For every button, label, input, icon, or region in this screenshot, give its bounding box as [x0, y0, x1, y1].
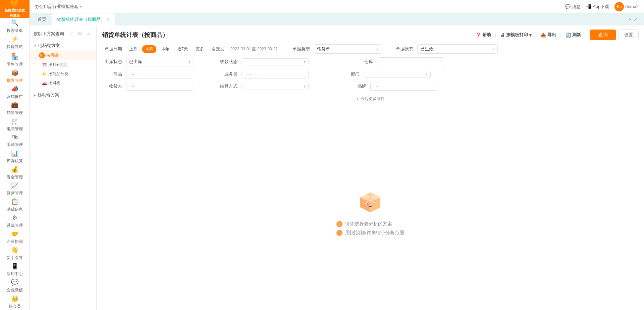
download-icon: 📲 [586, 4, 591, 9]
sidebar-item-wholesale-label: 批发管理 [7, 78, 23, 84]
print-btn[interactable]: 🖨 按模板打印 ▾ [500, 32, 532, 38]
sidebar-item-purchase[interactable]: 🛍 采购管理 [0, 133, 30, 149]
payment-method-label: 结算方式 [217, 83, 237, 89]
empty-hint-2: 2 用[过滤]条件来缩小分析范围 [336, 230, 404, 236]
app-download-btn[interactable]: 📲 App下载 [586, 4, 609, 10]
empty-hints: 1 请先选择要分析的方案 2 用[过滤]条件来缩小分析范围 [336, 221, 404, 236]
tab-maximize-icon[interactable]: ⤢ [633, 17, 637, 22]
tree-item-by-category[interactable]: 📁 按商品分类 [30, 69, 96, 79]
date-btn-last-7-days[interactable]: 近7天 [174, 45, 191, 53]
refresh-btn[interactable]: 🔄 刷新 [566, 32, 581, 38]
collapse-bar[interactable]: ∧ 收起更多条件 [102, 94, 639, 104]
sidebar-item-wholesale[interactable]: 📦 批发管理 [0, 68, 30, 84]
sidebar-item-retail-label: 零售管理 [7, 62, 23, 67]
sidebar-item-enterprise-label: 企业协同 [7, 239, 23, 245]
sidebar-item-system[interactable]: ⚙ 系统管理 [0, 213, 30, 229]
filter-row-4: 收货人 ··· 结算方式 ▾ 品牌 ··· [102, 82, 639, 91]
sidebar-item-weixin-label: 企业微信 [7, 287, 23, 293]
out-status-select[interactable]: 已出库 ▾ [126, 57, 193, 66]
tree-item-by-month-product[interactable]: 📅 按月+商品 [30, 60, 96, 69]
product-input[interactable]: ··· [126, 70, 193, 79]
hint-num-1: 1 [336, 221, 342, 227]
warehouse-placeholder [380, 59, 381, 64]
warehouse-dots: ··· [383, 59, 387, 64]
payment-method-select[interactable]: ▾ [241, 83, 309, 90]
user-avatar-btn[interactable]: Ea demo2 [614, 2, 639, 11]
svg-point-9 [358, 193, 359, 195]
tabbar: 首页 销货单统计表（按商品） × ✕ ⤢ [30, 13, 644, 25]
sidebar-item-quicknav[interactable]: ⚡ 快捷导航 [0, 34, 30, 50]
newuser-icon: 👋 [11, 246, 18, 254]
dept-select[interactable]: ▾ [364, 71, 431, 78]
purchase-icon: 🛍 [12, 134, 18, 141]
help-icon: ❓ [476, 33, 481, 38]
tree-item-by-category-label: 按商品分类 [48, 71, 68, 77]
sidebar-item-search-label: 搜索菜单 [7, 28, 23, 34]
receiver-placeholder [129, 84, 130, 89]
export-btn[interactable]: 📤 导出 [541, 32, 556, 38]
by-month-product-icon: 📅 [42, 62, 47, 68]
scheme-settings-btn[interactable]: ⚙ [76, 30, 84, 38]
sidebar-item-inventory[interactable]: 📊 库存核算 [0, 149, 30, 165]
hint-num-2: 2 [336, 230, 342, 236]
sidebar-item-operations[interactable]: 📈 经营管理 [0, 181, 30, 197]
tab-current[interactable]: 销货单统计表（按商品） × [52, 13, 115, 25]
dept-arrow: ▾ [426, 72, 428, 76]
finance-icon: 💰 [11, 166, 18, 173]
sidebar-divider-1 [6, 51, 23, 51]
date-btn-more[interactable]: 更多 [193, 45, 207, 53]
breadcrumb-title: 办公用品行业模拟账套 [35, 4, 78, 10]
sidebar-item-search[interactable]: 🔍 搜索菜单 [0, 18, 30, 34]
by-product-icon: 按 [39, 52, 45, 58]
tree-section-pc: ▼ 电脑端方案 按 按商品 📅 按月+商品 📁 按商品分类 🚗 按司机 [30, 40, 96, 89]
staff-input[interactable]: ··· [241, 70, 309, 79]
sidebar-item-ecommerce[interactable]: 🛒 电商管理 [0, 116, 30, 133]
messages-btn[interactable]: 💬 消息 [565, 4, 581, 10]
receiver-input[interactable]: ··· [126, 82, 193, 91]
doc-status-select[interactable]: 已生效 ▾ [417, 44, 498, 54]
date-btn-this-month[interactable]: 本月 [142, 45, 156, 53]
sidebar-item-apps[interactable]: 📱 应用中心 [0, 262, 30, 278]
payment-method-arrow: ▾ [304, 85, 306, 88]
help-btn[interactable]: ❓ 帮助 [476, 32, 491, 38]
sales-icon: 💼 [11, 101, 18, 109]
tab-home[interactable]: 首页 [32, 13, 52, 25]
date-btn-last-month[interactable]: 上月 [126, 45, 140, 53]
doc-type-select[interactable]: 销货单 ▾ [314, 44, 381, 54]
tab-close-btn[interactable]: × [107, 17, 109, 22]
collapse-panel-btn[interactable]: « [85, 30, 92, 38]
export-icon: 📤 [541, 33, 546, 38]
enterprise-icon: 🤝 [11, 230, 18, 238]
sidebar-item-enterprise[interactable]: 🤝 企业协同 [0, 229, 30, 246]
sidebar-item-weixin[interactable]: 💬 企业微信 [0, 278, 30, 294]
empty-hint-1: 1 请先选择要分析的方案 [336, 221, 404, 227]
query-button[interactable]: 查询 [590, 30, 616, 40]
payment-status-select[interactable]: ▾ [241, 58, 309, 65]
sidebar-item-member[interactable]: 👑 畅会员 [0, 294, 30, 310]
sidebar-item-finance-label: 资金管理 [7, 174, 23, 180]
sidebar-item-newuser[interactable]: 👋 新手引导 [0, 246, 30, 262]
tree-section-pc-header[interactable]: ▼ 电脑端方案 [30, 41, 96, 50]
add-scheme-btn[interactable]: + [67, 30, 75, 38]
product-dots: ··· [132, 71, 136, 77]
tab-close-icon[interactable]: ✕ [629, 17, 632, 22]
sidebar-item-basic[interactable]: 📋 基础信息 [0, 197, 30, 213]
sidebar-item-sales[interactable]: 💼 销售管理 [0, 100, 30, 116]
sidebar-item-retail[interactable]: 🏪 零售管理 [0, 52, 30, 68]
settings-button[interactable]: 设置 [619, 30, 639, 40]
topbar-right: 💬 消息 📲 App下载 Ea demo2 [565, 2, 639, 11]
filter-row-3: 商品 ··· 业务员 ··· 部门 ▾ [102, 70, 639, 79]
date-btn-custom[interactable]: 自定义 [209, 45, 227, 53]
by-driver-icon: 🚗 [42, 81, 47, 86]
product-placeholder [129, 72, 130, 77]
sidebar-item-marketing[interactable]: 📣 营销推广 [0, 84, 30, 100]
staff-placeholder [245, 72, 246, 77]
sidebar-item-finance[interactable]: 💰 资金管理 [0, 165, 30, 181]
warehouse-input[interactable]: ··· [377, 57, 444, 66]
tree-item-by-product[interactable]: 按 按商品 [30, 50, 96, 60]
tree-item-by-driver[interactable]: 🚗 按司机 [30, 79, 96, 88]
weixin-icon: 💬 [11, 278, 18, 286]
date-btn-this-year[interactable]: 本年 [158, 45, 172, 53]
brand-input[interactable]: ··· [370, 82, 437, 91]
tree-section-mobile-header[interactable]: ▶ 移动端方案 [30, 90, 96, 100]
